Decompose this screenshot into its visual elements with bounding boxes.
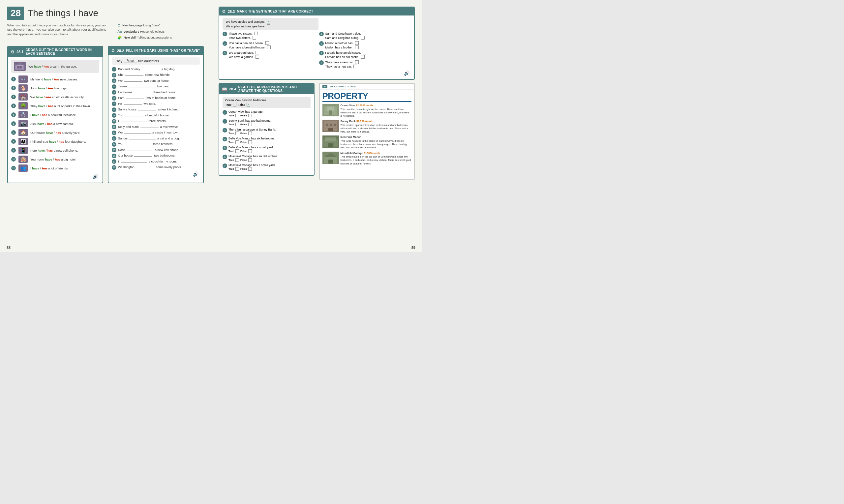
ex1-header: ⚙ 28.1 CROSS OUT THE INCORRECT WORD IN E… [8, 47, 103, 57]
q3-false[interactable] [248, 131, 252, 135]
ex3-right-sentences: 4 Sam and Greg have a dog. Sam and Greg … [319, 32, 411, 70]
sound-icon-1[interactable]: 🔊 [11, 174, 99, 180]
checkbox-7a[interactable] [355, 60, 359, 64]
property-title: PROPERTY [322, 92, 412, 100]
property-section: 34 ACCOMMODATION PROPERTY [319, 83, 415, 180]
sunny-bank-img [322, 120, 339, 132]
checkbox-4a[interactable] [363, 32, 366, 35]
fill-item: 9 You a beautiful house. [112, 113, 200, 118]
ex3-example-box: We have apples and oranges. We apples an… [222, 18, 319, 30]
checkbox-6a[interactable] [363, 51, 366, 54]
ocean-view-img [322, 104, 339, 116]
fill-item: 16 Our house two bathrooms. [112, 154, 200, 158]
dog-icon: 🐕 [18, 84, 28, 92]
gear-icon-2: ⚙ [111, 48, 115, 53]
checkbox-2a[interactable] [265, 41, 269, 45]
q1-false[interactable] [248, 114, 252, 118]
svg-rect-4 [18, 63, 21, 65]
checkbox-2b[interactable] [267, 46, 271, 49]
q4-false[interactable] [248, 140, 252, 144]
left-page: 28 The things I have When you talk about… [0, 0, 211, 252]
list-item: 3 🏰 We have / has an old castle in our c… [11, 93, 99, 101]
exercises-columns: ⚙ 28.1 CROSS OUT THE INCORRECT WORD IN E… [7, 46, 204, 187]
q7-false[interactable] [248, 167, 252, 171]
exercise-28-2: ⚙ 28.2 FILL IN THE GAPS USING "HAS" OR "… [108, 46, 204, 183]
skill-icon: 🧩 [118, 35, 122, 40]
property-mossfield: Mossfield Cottage $1300/month This small… [322, 151, 412, 165]
chapter-number: 28 [7, 6, 24, 20]
checkbox-3b[interactable] [255, 55, 259, 59]
ex3-left-sentences: 1 I have two sisters. I has two sisters. [222, 32, 315, 70]
necklace-icon: 💍 [18, 111, 28, 118]
list-item: 8 👨‍👩‍👧 Phil and Sue have / has four dau… [11, 138, 99, 145]
fill-item: 15 Ross a new cell phone. [112, 148, 200, 152]
vocabulary-item: Aa Vocabulary Household objects [118, 29, 204, 34]
checkbox-4b[interactable] [361, 36, 365, 39]
page-number-left: 88 [6, 246, 11, 250]
q1-true[interactable] [235, 114, 239, 118]
accommodation-header: 34 ACCOMMODATION [320, 84, 414, 90]
fill-item: 2 She some new friends. [112, 73, 200, 77]
ex3-check-incorrect[interactable] [267, 24, 270, 28]
ex3-sentence-2: 2 You has a beautiful house. You have a … [222, 41, 315, 49]
property-ocean-view: Ocean View $2,000/month This beautiful h… [322, 104, 412, 118]
ex3-example-correct: We have apples and oranges. [226, 20, 315, 23]
fill-item: 4 James two cars. [112, 84, 200, 89]
ex3-header: ⚙ 28.3 MARK THE SENTENCES THAT ARE CORRE… [219, 7, 414, 16]
intro-text: When you talk about things you own, such… [7, 23, 111, 41]
checkbox-1b[interactable] [253, 36, 256, 39]
book-icon: 📖 [222, 87, 227, 92]
new-skill-item: 🧩 New skill Talking about possessions [118, 35, 204, 40]
fill-item: 3 We two sons at home. [112, 78, 200, 83]
fill-item: 12 We a castle in our town. [112, 130, 200, 135]
family-icon: 👨‍👩‍👧 [18, 138, 28, 145]
ex3-sentence-3: 3 We a garden have. We have a garden. [222, 51, 315, 59]
q2-true[interactable] [235, 123, 239, 126]
vocab-icon: Aa [118, 29, 122, 34]
svg-rect-17 [325, 138, 336, 141]
friends-icon: 👥 [18, 164, 28, 172]
ex2-fill-list: 1 Bob and Shirley a big dog. 2 She some … [112, 67, 200, 170]
svg-rect-12 [330, 124, 332, 126]
checkbox-1a[interactable] [254, 32, 258, 35]
checkbox-3a[interactable] [255, 51, 259, 54]
list-item: 5 💍 I have / has a beautiful necklace. [11, 111, 99, 118]
garage-icon [14, 61, 26, 71]
sound-icon-2[interactable]: 🔊 [112, 171, 200, 177]
checkbox-7b[interactable] [354, 65, 357, 68]
fill-item: 11 Kelly and Mark a microwave. [112, 125, 200, 129]
ex4-questions: 1 Ocean View has a garage. True False [222, 110, 310, 171]
checkbox-5a[interactable] [355, 41, 359, 45]
checkbox-6b[interactable] [361, 55, 365, 59]
chapter-title: The things I have [28, 8, 98, 18]
fill-item: 7 He two cats. [112, 102, 200, 106]
ex4-false-check[interactable] [247, 103, 250, 106]
checkbox-5b[interactable] [355, 46, 359, 49]
q6-true[interactable] [235, 158, 239, 162]
q4-true[interactable] [235, 140, 239, 144]
q2-false[interactable] [248, 123, 252, 126]
ex3-check-correct[interactable] [267, 20, 270, 23]
sound-icon-3[interactable]: 🔊 [222, 70, 411, 76]
fill-item: 1 Bob and Shirley a big dog. [112, 67, 200, 72]
ex2-content: They have two daughters. 1 Bob and Shirl… [108, 55, 203, 180]
accommodation-label: ACCOMMODATION [330, 85, 356, 88]
q3-true[interactable] [235, 131, 239, 135]
park-icon: 🌳 [18, 102, 28, 109]
list-item: 9 📱 Pete have / has a new cell phone. [11, 147, 99, 154]
new-language-item: ⚙ New language Using "have" [118, 23, 204, 28]
ex3-example-incorrect: We apples and oranges have. [226, 24, 315, 28]
ex4-content: Ocean View has two bedrooms. True False … [219, 94, 314, 175]
exercise-28-3: ⚙ 28.3 MARK THE SENTENCES THAT ARE CORRE… [219, 6, 415, 80]
ex3-sentence-5: 5 Marlon a brother has. Marlon has a bro… [319, 41, 411, 49]
q6-false[interactable] [248, 158, 252, 162]
fill-item: 5 His house three bedrooms. [112, 90, 200, 95]
ex4-q5: 5 Belle Vue Manor has a small yard. True… [222, 146, 310, 153]
ex4-true-check[interactable] [233, 103, 236, 106]
q5-true[interactable] [235, 149, 239, 153]
q7-true[interactable] [235, 167, 239, 171]
ex3-sentence-1: 1 I have two sisters. I has two sisters. [222, 32, 315, 39]
exercise-28-4: 📖 28.4 READ THE ADVERTISEMENTS AND ANSWE… [219, 83, 315, 176]
q5-false[interactable] [248, 149, 252, 153]
svg-rect-22 [328, 160, 333, 163]
